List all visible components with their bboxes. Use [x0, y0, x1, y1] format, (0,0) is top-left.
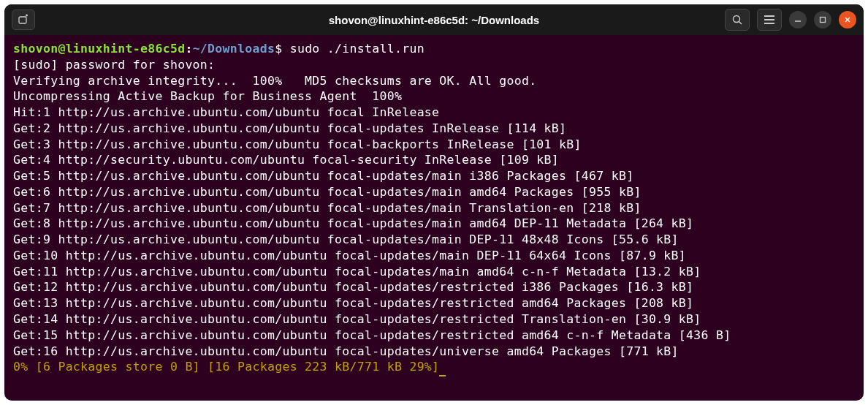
output-line: Get:12 http://us.archive.ubuntu.com/ubun…: [13, 280, 693, 294]
output-line: Get:7 http://us.archive.ubuntu.com/ubunt…: [13, 201, 642, 215]
output-line: Get:11 http://us.archive.ubuntu.com/ubun…: [13, 265, 701, 279]
output-line: Hit:1 http://us.archive.ubuntu.com/ubunt…: [13, 105, 439, 119]
output-line: Get:16 http://us.archive.ubuntu.com/ubun…: [13, 344, 679, 358]
output-line: Get:9 http://us.archive.ubuntu.com/ubunt…: [13, 232, 679, 246]
maximize-icon: [819, 16, 826, 23]
output-line: Get:4 http://security.ubuntu.com/ubuntu …: [13, 153, 559, 167]
output-line: Uncompressing Active Backup for Business…: [13, 89, 402, 103]
output-line: Get:8 http://us.archive.ubuntu.com/ubunt…: [13, 216, 693, 230]
prompt-dollar: $: [275, 42, 289, 56]
prompt-command: sudo ./install.run: [290, 42, 425, 56]
output-line: Get:14 http://us.archive.ubuntu.com/ubun…: [13, 312, 701, 326]
terminal-window: shovon@linuxhint-e86c5d: ~/Downloads: [4, 4, 864, 401]
output-line: Get:2 http://us.archive.ubuntu.com/ubunt…: [13, 121, 566, 135]
search-button[interactable]: [725, 9, 750, 31]
titlebar-right: [725, 9, 856, 31]
prompt-path: ~/Downloads: [193, 42, 275, 56]
output-line: Get:10 http://us.archive.ubuntu.com/ubun…: [13, 249, 686, 262]
new-tab-button[interactable]: [12, 10, 35, 30]
close-button[interactable]: [839, 11, 856, 29]
output-line: Get:6 http://us.archive.ubuntu.com/ubunt…: [13, 185, 642, 199]
svg-rect-4: [821, 18, 826, 23]
prompt-user-host: shovon@linuxhint-e86c5d: [13, 42, 185, 56]
svg-rect-0: [19, 17, 26, 23]
svg-point-1: [734, 16, 740, 23]
minimize-icon: [794, 16, 802, 23]
output-line: Get:15 http://us.archive.ubuntu.com/ubun…: [13, 328, 731, 342]
minimize-button[interactable]: [789, 11, 807, 29]
hamburger-icon: [764, 15, 774, 24]
progress-line: 0% [6 Packages store 0 B] [16 Packages 2…: [13, 360, 439, 374]
titlebar: shovon@linuxhint-e86c5d: ~/Downloads: [4, 4, 864, 35]
terminal-body[interactable]: shovon@linuxhint-e86c5d:~/Downloads$ sud…: [4, 35, 864, 401]
new-tab-icon: [18, 14, 29, 26]
output-line: [sudo] password for shovon:: [13, 58, 215, 72]
cursor: [439, 359, 446, 376]
output-line: Verifying archive integrity... 100% MD5 …: [13, 74, 536, 88]
output-line: Get:3 http://us.archive.ubuntu.com/ubunt…: [13, 137, 582, 151]
output-line: Get:5 http://us.archive.ubuntu.com/ubunt…: [13, 169, 633, 183]
menu-button[interactable]: [757, 9, 782, 31]
search-icon: [731, 14, 743, 26]
prompt-colon: :: [185, 42, 192, 56]
titlebar-left: [12, 10, 35, 30]
svg-line-2: [739, 22, 742, 25]
output-line: Get:13 http://us.archive.ubuntu.com/ubun…: [13, 296, 693, 310]
close-icon: [844, 16, 851, 23]
maximize-button[interactable]: [814, 11, 831, 29]
